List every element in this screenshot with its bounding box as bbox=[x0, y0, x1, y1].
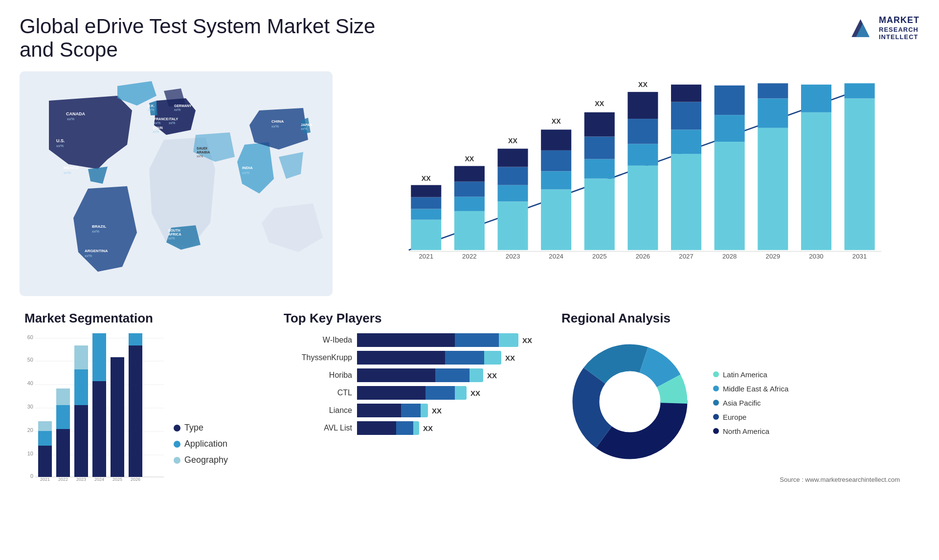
svg-text:2031: 2031 bbox=[852, 253, 867, 260]
svg-rect-61 bbox=[584, 178, 615, 250]
reg-legend-latin: Latin America bbox=[713, 370, 788, 379]
svg-rect-55 bbox=[541, 190, 571, 250]
svg-text:2026: 2026 bbox=[636, 253, 650, 260]
svg-text:FRANCE: FRANCE bbox=[154, 117, 168, 121]
svg-rect-89 bbox=[801, 112, 831, 250]
svg-text:XX: XX bbox=[552, 117, 561, 125]
svg-text:xx%: xx% bbox=[169, 121, 175, 125]
svg-rect-50 bbox=[498, 185, 528, 202]
svg-text:SPAIN: SPAIN bbox=[153, 126, 163, 129]
svg-text:MEXICO: MEXICO bbox=[64, 166, 79, 170]
svg-rect-57 bbox=[541, 151, 571, 172]
svg-text:xx%: xx% bbox=[85, 254, 92, 258]
bar-2022: XX 2022 bbox=[454, 155, 485, 260]
players-section: Top Key Players W-Ibeda XX ThyssenKrupp bbox=[279, 311, 537, 516]
svg-text:XX: XX bbox=[508, 137, 517, 145]
svg-rect-122 bbox=[74, 345, 88, 369]
reg-legend-apac: Asia Pacific bbox=[713, 399, 788, 407]
bar-2028: XX 2028 bbox=[715, 81, 745, 260]
svg-rect-86 bbox=[758, 83, 788, 98]
svg-rect-44 bbox=[454, 197, 485, 211]
legend-application: Application bbox=[174, 439, 228, 449]
svg-rect-45 bbox=[454, 182, 485, 197]
segmentation-content: 60 50 40 30 20 10 0 bbox=[24, 333, 259, 480]
reg-dot-apac bbox=[713, 400, 719, 406]
svg-text:BRAZIL: BRAZIL bbox=[92, 224, 106, 229]
svg-rect-38 bbox=[411, 209, 441, 219]
svg-text:CANADA: CANADA bbox=[66, 111, 85, 116]
svg-rect-114 bbox=[38, 421, 52, 431]
svg-rect-80 bbox=[715, 115, 745, 142]
svg-rect-113 bbox=[38, 431, 52, 446]
legend-geography: Geography bbox=[174, 455, 228, 465]
regional-legend: Latin America Middle East & Africa Asia … bbox=[713, 370, 788, 435]
bar-2027: XX 2027 bbox=[671, 81, 701, 260]
svg-rect-81 bbox=[715, 86, 745, 115]
header: Global eDrive Test System Market Size an… bbox=[20, 15, 919, 62]
bar-chart-svg: XX 2021 XX 2022 XX 2023 bbox=[372, 81, 910, 272]
players-title: Top Key Players bbox=[284, 311, 532, 326]
svg-text:2022: 2022 bbox=[58, 477, 68, 482]
svg-text:xx%: xx% bbox=[154, 121, 160, 125]
bottom-section: Market Segmentation 60 50 40 30 20 10 0 bbox=[20, 311, 919, 516]
player-bar-ctl: XX bbox=[357, 386, 532, 400]
regional-title: Regional Analysis bbox=[561, 311, 910, 326]
svg-text:2023: 2023 bbox=[76, 477, 86, 482]
svg-rect-84 bbox=[758, 128, 788, 250]
svg-text:xx%: xx% bbox=[92, 229, 99, 234]
map-svg: CANADA xx% U.S. xx% MEXICO xx% BRAZIL xx… bbox=[20, 71, 333, 296]
segmentation-title: Market Segmentation bbox=[24, 311, 259, 326]
reg-dot-latin bbox=[713, 371, 719, 377]
bar-2030: XX 2030 bbox=[801, 81, 831, 260]
svg-text:JAPAN: JAPAN bbox=[301, 123, 312, 127]
bar-chart: XX 2021 XX 2022 XX 2023 bbox=[352, 71, 919, 296]
svg-rect-79 bbox=[715, 142, 745, 250]
player-row-thyssenkrupp: ThyssenKrupp XX bbox=[284, 351, 532, 365]
reg-dot-europe bbox=[713, 414, 719, 420]
reg-legend-europe: Europe bbox=[713, 413, 788, 421]
logo-icon bbox=[847, 15, 874, 42]
seg-chart-svg: 60 50 40 30 20 10 0 bbox=[24, 333, 166, 485]
svg-text:CHINA: CHINA bbox=[271, 119, 284, 124]
svg-rect-51 bbox=[498, 167, 528, 185]
player-row-horiba: Horiba XX bbox=[284, 368, 532, 382]
svg-text:xx%: xx% bbox=[56, 144, 64, 148]
svg-rect-75 bbox=[671, 102, 701, 130]
svg-text:40: 40 bbox=[27, 380, 33, 386]
svg-text:xx%: xx% bbox=[148, 108, 154, 111]
player-bar-thyssenkrupp: XX bbox=[357, 351, 532, 365]
logo: MARKET RESEARCH INTELLECT bbox=[847, 15, 919, 42]
logo-text: MARKET RESEARCH INTELLECT bbox=[879, 15, 919, 41]
svg-rect-73 bbox=[671, 154, 701, 250]
svg-rect-129 bbox=[129, 345, 142, 477]
regional-content: Latin America Middle East & Africa Asia … bbox=[561, 333, 910, 472]
donut-chart bbox=[561, 333, 698, 472]
svg-text:SOUTH: SOUTH bbox=[168, 229, 180, 232]
player-bar-liance: XX bbox=[357, 404, 532, 417]
player-row-ctl: CTL XX bbox=[284, 386, 532, 400]
svg-text:xx%: xx% bbox=[174, 108, 180, 111]
svg-text:2021: 2021 bbox=[40, 477, 50, 482]
bar-2024: XX 2024 bbox=[541, 117, 571, 260]
svg-text:AFRICA: AFRICA bbox=[168, 233, 181, 236]
bar-2021: XX 2021 bbox=[411, 174, 441, 260]
bar-2029: XX 2029 bbox=[758, 81, 788, 260]
svg-rect-85 bbox=[758, 98, 788, 128]
svg-text:XX: XX bbox=[595, 100, 604, 108]
svg-text:2025: 2025 bbox=[592, 253, 607, 260]
segmentation-section: Market Segmentation 60 50 40 30 20 10 0 bbox=[20, 311, 264, 516]
legend-application-dot bbox=[174, 441, 180, 448]
svg-text:2027: 2027 bbox=[679, 253, 693, 260]
svg-rect-43 bbox=[454, 211, 485, 250]
svg-text:ITALY: ITALY bbox=[169, 117, 178, 121]
player-row-avllist: AVL List XX bbox=[284, 421, 532, 435]
svg-text:xx%: xx% bbox=[168, 237, 175, 240]
svg-rect-76 bbox=[671, 85, 701, 102]
players-list: W-Ibeda XX ThyssenKrupp bbox=[284, 333, 532, 435]
svg-rect-112 bbox=[38, 446, 52, 477]
player-row-liance: Liance XX bbox=[284, 404, 532, 417]
svg-rect-124 bbox=[92, 381, 106, 477]
regional-section: Regional Analysis bbox=[552, 311, 919, 516]
svg-text:INDIA: INDIA bbox=[242, 166, 253, 170]
svg-text:2022: 2022 bbox=[462, 253, 477, 260]
